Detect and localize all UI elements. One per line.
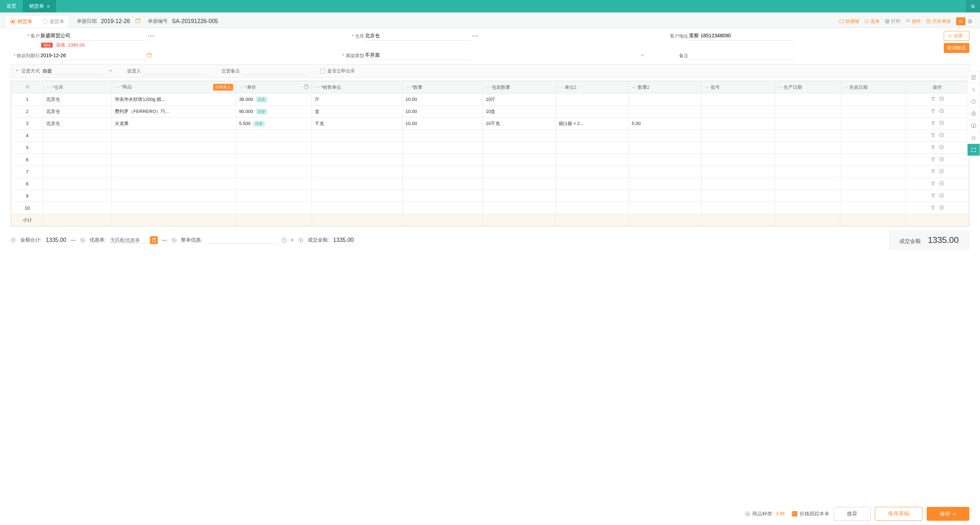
help-icon[interactable]: ?: [304, 84, 309, 89]
scan-entry-button[interactable]: 扫码录入: [213, 84, 233, 91]
table-row[interactable]: 6: [11, 154, 969, 166]
settings-button[interactable]: 设置: [944, 31, 969, 41]
add-row-icon[interactable]: [939, 169, 944, 175]
address-input[interactable]: [688, 32, 795, 40]
picker-input[interactable]: [143, 67, 207, 75]
amount-total-value: 1335.00: [46, 237, 67, 243]
chevron-down-icon[interactable]: [640, 52, 645, 59]
calendar-icon[interactable]: [135, 18, 141, 24]
col-unit2[interactable]: ▲▼单位2: [556, 81, 628, 94]
delete-row-icon[interactable]: [931, 181, 935, 187]
table-row[interactable]: 4: [11, 130, 969, 142]
col-batch[interactable]: ▲▼批号: [702, 81, 775, 94]
order-discount-label: 整单优惠:: [181, 237, 202, 243]
calendar-icon[interactable]: [146, 52, 152, 59]
close-icon[interactable]: ×: [47, 3, 50, 9]
col-exp-date[interactable]: ▲▼失效日期: [840, 81, 906, 94]
tab-home[interactable]: 首页: [0, 0, 23, 13]
rail-back-icon[interactable]: [967, 95, 980, 108]
save-draft-button[interactable]: 保存草稿: [875, 507, 923, 521]
table-row[interactable]: 10: [11, 202, 969, 214]
view-list-button[interactable]: [956, 18, 966, 25]
col-sales-unit[interactable]: ▲▼*销售单位: [312, 81, 402, 94]
col-settings[interactable]: [11, 81, 43, 94]
add-row-icon[interactable]: [939, 181, 944, 187]
order-discount-input[interactable]: [207, 237, 277, 244]
table-row[interactable]: 3北京仓火龙果5.500 历史千克10.0010千克袋(1袋 ≈ 2...5.0…: [11, 118, 969, 130]
table-row[interactable]: 8: [11, 178, 969, 190]
customer-lookup-icon[interactable]: •••: [148, 33, 155, 39]
cancel-logistics-button[interactable]: 取消物流: [944, 43, 969, 53]
rail-user-icon[interactable]: [967, 108, 980, 120]
add-row-icon[interactable]: [939, 145, 944, 151]
coupon-input[interactable]: [110, 237, 146, 243]
rail-expand-icon[interactable]: [967, 144, 980, 156]
col-warehouse[interactable]: ▲▼*仓库: [43, 81, 112, 94]
add-row-icon[interactable]: [939, 96, 944, 102]
table-row[interactable]: 5: [11, 142, 969, 154]
tool-operate[interactable]: 操作: [905, 18, 921, 24]
delete-row-icon[interactable]: [931, 205, 935, 211]
add-row-icon[interactable]: [939, 132, 944, 138]
svg-point-5: [906, 19, 907, 20]
price-track-checkbox[interactable]: ✓: [792, 511, 797, 517]
warehouse-input[interactable]: [364, 32, 471, 40]
deal-box-value: 1335.00: [928, 235, 959, 245]
rail-link-icon[interactable]: [967, 83, 980, 95]
help-icon[interactable]: ?: [282, 238, 287, 243]
add-row-icon[interactable]: [939, 121, 944, 126]
add-row-icon[interactable]: [939, 193, 944, 199]
delete-row-icon[interactable]: [931, 96, 935, 102]
delete-row-icon[interactable]: [931, 132, 935, 138]
table-row[interactable]: 7: [11, 166, 969, 178]
due-date-input[interactable]: [40, 51, 146, 60]
delivery-method-input[interactable]: [42, 67, 106, 75]
svg-point-6: [907, 19, 908, 20]
col-qty2[interactable]: ▲▼数量2: [628, 81, 702, 94]
tool-select[interactable]: 选单: [864, 18, 880, 24]
tool-history[interactable]: 历史单据: [926, 18, 951, 24]
delete-row-icon[interactable]: [931, 169, 935, 175]
remark-input[interactable]: [688, 51, 795, 60]
invoice-type-input[interactable]: [364, 51, 471, 60]
tab-sales-order[interactable]: 销货单×: [23, 0, 56, 13]
warehouse-lookup-icon[interactable]: •••: [472, 33, 479, 39]
table-row[interactable]: 9: [11, 190, 969, 202]
chevron-down-icon[interactable]: [108, 68, 113, 74]
col-qty[interactable]: ▲▼*数量: [402, 81, 482, 94]
table-row[interactable]: 1北京仓华美华夫软饼1200g 糕...38.000 历史斤10.0010斤: [11, 94, 969, 105]
table-row[interactable]: 2北京仓费列罗（FERRERO）巧...90.000 历史盒10.0010盒: [11, 105, 969, 118]
refresh-icon[interactable]: [150, 236, 158, 244]
immediate-out-checkbox[interactable]: [320, 68, 325, 73]
col-pack-qty[interactable]: ▲▼包装数量: [482, 81, 555, 94]
view-grid-button[interactable]: [966, 18, 975, 25]
col-product[interactable]: ▲▼*商品扫码录入: [112, 81, 236, 94]
doc-number-label: 单据编号: [148, 18, 168, 24]
add-row-icon[interactable]: [939, 205, 944, 211]
svg-rect-15: [970, 22, 972, 23]
discard-button[interactable]: 放弃: [834, 507, 870, 521]
delete-row-icon[interactable]: [931, 108, 935, 115]
doc-date-value[interactable]: 2019-12-26: [101, 18, 130, 24]
doc-type-return[interactable]: 退货单: [37, 16, 69, 28]
doc-type-sales[interactable]: 销货单: [5, 16, 37, 28]
add-row-icon[interactable]: [939, 157, 944, 163]
main-close-button[interactable]: [966, 0, 980, 13]
rail-note-icon[interactable]: [967, 72, 980, 83]
delete-row-icon[interactable]: [931, 157, 935, 163]
delivery-remark-input[interactable]: [242, 67, 306, 75]
customer-input[interactable]: [40, 32, 146, 40]
save-button[interactable]: 保存: [927, 507, 969, 521]
rail-star-icon[interactable]: [967, 132, 980, 144]
rail-currency-icon[interactable]: [967, 120, 980, 132]
tool-print[interactable]: 打印: [885, 18, 900, 24]
col-prod-date[interactable]: ▲▼生产日期: [775, 81, 840, 94]
col-price[interactable]: ▲▼*单价?: [236, 81, 312, 94]
address-label: 客户地址: [670, 33, 688, 39]
delete-row-icon[interactable]: [931, 193, 935, 199]
tool-shortcut[interactable]: 快捷键: [839, 18, 859, 24]
delete-row-icon[interactable]: [931, 121, 935, 126]
category-icon: ⊞: [745, 511, 750, 517]
add-row-icon[interactable]: [939, 108, 944, 115]
delete-row-icon[interactable]: [931, 145, 935, 151]
